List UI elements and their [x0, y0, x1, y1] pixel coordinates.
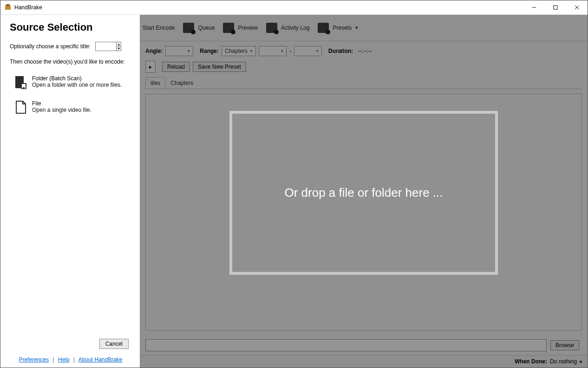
preset-row: ▸ Reload Save New Preset [140, 59, 588, 77]
preview-button[interactable]: Preview [223, 23, 258, 33]
drop-zone-text: Or drop a file or folder here ... [284, 186, 443, 200]
title-step-down[interactable]: ▼ [117, 47, 121, 51]
range-label: Range: [200, 48, 219, 54]
start-encode-button[interactable]: Start Encode [143, 25, 175, 31]
minimize-button[interactable] [523, 0, 545, 14]
preset-expand-button[interactable]: ▸ [145, 61, 156, 73]
angle-label: Angle: [145, 48, 163, 54]
activity-log-icon [266, 23, 277, 33]
specific-title-input[interactable] [96, 42, 116, 51]
angle-select[interactable]: ▾ [165, 46, 193, 56]
footer-links: Preferences | Help | About HandBrake [10, 356, 131, 363]
save-new-preset-button[interactable]: Save New Preset [193, 62, 246, 72]
open-file-desc: Open a single video file. [32, 107, 91, 113]
duration-label: Duration: [328, 48, 353, 54]
optional-title-label: Optionally choose a specific title: [10, 43, 91, 50]
output-path-field[interactable] [145, 339, 547, 351]
save-row: Browse [140, 336, 588, 355]
titlebar: HandBrake [0, 0, 588, 15]
source-selection-panel: Source Selection Optionally choose a spe… [0, 15, 140, 368]
maximize-button[interactable] [545, 0, 566, 14]
toolbar: Start Encode Queue Preview Activity Log … [140, 15, 588, 41]
reload-button[interactable]: Reload [162, 62, 190, 72]
open-folder-desc: Open a folder with one or more files. [32, 82, 122, 88]
range-separator: - [289, 48, 291, 54]
preview-icon [223, 23, 234, 33]
duration-value: --:--:-- [358, 48, 372, 54]
tab-chapters[interactable]: Chapters [165, 77, 198, 89]
tabs: itles Chapters [145, 77, 582, 89]
svg-rect-3 [554, 6, 557, 9]
about-link[interactable]: About HandBrake [78, 356, 123, 363]
folder-icon [14, 75, 26, 89]
main-area: Start Encode Queue Preview Activity Log … [140, 15, 588, 368]
presets-button[interactable]: Presets▼ [318, 23, 359, 33]
queue-button[interactable]: Queue [183, 23, 215, 33]
svg-rect-8 [23, 87, 25, 89]
window-title: HandBrake [14, 4, 42, 11]
svg-rect-1 [6, 4, 10, 6]
status-bar: When Done: Do nothing▼ [140, 355, 588, 368]
file-icon [14, 100, 26, 114]
queue-icon [183, 23, 194, 33]
help-link[interactable]: Help [58, 356, 70, 363]
panel-heading: Source Selection [10, 21, 131, 33]
content-area: Or drop a file or folder here ... [145, 94, 582, 331]
range-start-select[interactable]: ▾ [259, 46, 287, 56]
presets-icon [318, 23, 329, 33]
open-folder-title: Folder (Batch Scan) [32, 75, 122, 82]
close-button[interactable] [566, 0, 588, 14]
when-done-label: When Done: [515, 358, 547, 365]
chevron-down-icon: ▼ [354, 26, 359, 30]
preferences-link[interactable]: Preferences [19, 356, 49, 363]
open-file-option[interactable]: File Open a single video file. [14, 100, 131, 114]
cancel-button[interactable]: Cancel [99, 339, 129, 349]
activity-log-button[interactable]: Activity Log [266, 23, 309, 33]
svg-rect-0 [5, 6, 11, 10]
app-icon [4, 4, 12, 11]
when-done-select[interactable]: Do nothing▼ [550, 358, 583, 365]
browse-button[interactable]: Browse [550, 340, 579, 350]
title-step-up[interactable]: ▲ [117, 42, 121, 47]
tab-titles[interactable]: itles [145, 77, 165, 89]
drop-zone[interactable]: Or drop a file or folder here ... [229, 111, 498, 275]
open-file-title: File [32, 100, 91, 107]
instruction-text: Then choose the video(s) you'd like to e… [10, 58, 131, 65]
open-folder-option[interactable]: Folder (Batch Scan) Open a folder with o… [14, 75, 131, 89]
source-parameters-row: Angle: ▾ Range: Chapters▾ ▾ - ▾ Duration… [140, 41, 588, 59]
app-window: HandBrake Source Selection Optionally ch… [0, 0, 588, 368]
specific-title-stepper[interactable]: ▲ ▼ [95, 42, 121, 51]
range-mode-select[interactable]: Chapters▾ [222, 46, 256, 56]
range-end-select[interactable]: ▾ [294, 46, 322, 56]
